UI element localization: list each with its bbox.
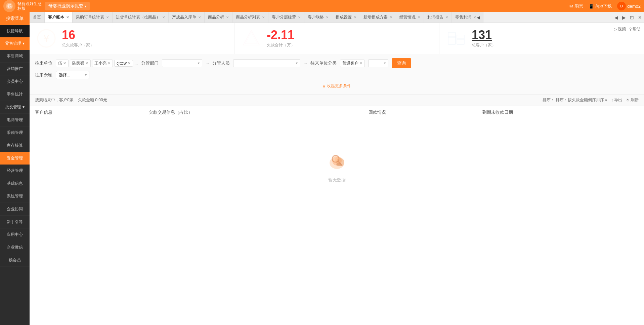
user-menu[interactable]: D demo2 — [617, 2, 641, 10]
avatar: D — [617, 2, 626, 10]
stat-label-customers: 总欠款客户（家） — [62, 42, 94, 48]
tab-product-inbound[interactable]: 产成品入库单 ✕ — [169, 12, 205, 23]
filter-area: 往来单位 伍 ✕ 陈民强 ✕ 王小亮 ✕ — [30, 54, 644, 95]
message-btn[interactable]: ✉ 消息 — [569, 3, 583, 9]
video-link[interactable]: ▷ 视频 — [614, 26, 626, 32]
sidebar-item-retail-stats[interactable]: 零售统计 — [0, 88, 30, 101]
department-extra: ··· — [206, 61, 209, 66]
stat-card-total: 131 总客户（家） ▷ 视频 ? 帮助 — [439, 23, 644, 54]
filter-tag-wang[interactable]: 王小亮 ✕ — [92, 60, 113, 67]
filter-tag-cjttcw[interactable]: cjttcw ✕ — [114, 60, 133, 67]
tab-maximize[interactable]: ⊡ — [628, 15, 636, 20]
help-link[interactable]: ? 帮助 — [629, 26, 641, 32]
account-selector-wrap[interactable]: 母婴行业演示账套 ▾ — [45, 2, 90, 10]
sidebar-quick-nav[interactable]: 快捷导航 — [0, 25, 30, 37]
close-tab-layer[interactable]: ✕ — [298, 15, 301, 19]
sidebar-item-finance[interactable]: 资金管理 — [0, 152, 30, 165]
tab-customer-contact[interactable]: 客户联络 ✕ — [304, 12, 332, 23]
sidebar-search[interactable]: 搜索菜单 — [0, 12, 30, 25]
tab-home[interactable]: 首页 — [30, 12, 45, 23]
collapse-btn[interactable]: ∧ 收起更多条件 — [318, 82, 355, 90]
sidebar-item-app-center[interactable]: 应用中心 — [0, 228, 30, 241]
sidebar-item-guide[interactable]: 新手引导 — [0, 216, 30, 228]
balance-label: 往来余额 — [35, 72, 52, 78]
balance-select[interactable]: 选择... — [56, 71, 89, 79]
close-tab-analysis[interactable]: ✕ — [226, 15, 229, 19]
sidebar-item-wholesale[interactable]: 批发管理 ▾ — [0, 101, 30, 114]
sidebar-item-basic-info[interactable]: 基础信息 — [0, 177, 30, 190]
logo-icon: 畅 — [3, 0, 15, 12]
tab-purchase-stats[interactable]: 采购订单统计表 ✕ — [73, 12, 113, 23]
refresh-btn[interactable]: ↻ 刷新 — [626, 97, 639, 103]
tab-business[interactable]: 经营情况 ✕ — [396, 12, 424, 23]
remove-tag-cjttcw[interactable]: ✕ — [128, 61, 131, 66]
close-tab-profit[interactable]: ✕ — [445, 15, 448, 19]
close-tab-business[interactable]: ✕ — [418, 15, 420, 19]
more-tags-btn[interactable]: ... — [134, 61, 138, 66]
filter-tag-wu[interactable]: 伍 ✕ — [56, 60, 69, 67]
filter-tag-chen[interactable]: 陈民强 ✕ — [70, 60, 91, 67]
export-btn[interactable]: ↑ 导出 — [611, 97, 622, 103]
remove-tag-wang[interactable]: ✕ — [108, 61, 111, 66]
sidebar-item-retail-management[interactable]: 零售管理 ▾ — [0, 37, 30, 50]
close-tab-product[interactable]: ✕ — [198, 15, 201, 19]
close-tab-purchase[interactable]: ✕ — [106, 15, 109, 19]
close-tab-customer[interactable]: ✕ — [66, 15, 69, 19]
help-icon: ? — [629, 27, 632, 32]
department-select[interactable] — [162, 59, 202, 67]
sidebar-item-operations[interactable]: 经营管理 — [0, 165, 30, 177]
remove-tag-wu[interactable]: ✕ — [63, 61, 66, 66]
sidebar-item-ecommerce[interactable]: 电商管理 — [0, 114, 30, 127]
query-button[interactable]: 查询 — [392, 58, 411, 68]
app-download-btn[interactable]: 📱 App下载 — [589, 3, 612, 9]
remove-tag-normal[interactable]: ✕ — [359, 61, 362, 66]
sidebar: 搜索菜单 快捷导航 零售管理 ▾ 零售商城 营销推广 会员中心 零售统计 批发管… — [0, 12, 30, 325]
tab-profit-report[interactable]: 利润报告 ✕ — [424, 12, 452, 23]
sidebar-item-wechat[interactable]: 企业微信 — [0, 241, 30, 254]
tab-product-analysis[interactable]: 商品分析 ✕ — [205, 12, 232, 23]
tab-new-commission[interactable]: 新增提成方案 ✕ — [360, 12, 396, 23]
tab-inbound-stats[interactable]: 进货单统计表（按商品） ✕ — [113, 12, 169, 23]
sort-chevron[interactable]: ▾ — [605, 98, 607, 103]
close-tab-commission[interactable]: ✕ — [354, 15, 356, 19]
collapse-icon: ∧ — [323, 84, 326, 88]
remove-tag-chen[interactable]: ✕ — [85, 61, 88, 66]
filter-tag-normal-customer[interactable]: 普通客户 ✕ — [340, 60, 365, 67]
sidebar-item-purchase[interactable]: 采购管理 — [0, 127, 30, 139]
sidebar-item-retail-mall[interactable]: 零售商城 — [0, 50, 30, 63]
stats-row: ¥ 16 总欠款客户（家） -2.11 欠款合计（万） — [30, 23, 644, 54]
sidebar-item-inventory[interactable]: 库存核算 — [0, 139, 30, 152]
col-customer-info: 客户信息 — [30, 106, 143, 119]
tab-commission-setting[interactable]: 提成设置 ✕ — [332, 12, 360, 23]
sidebar-item-members[interactable]: 会员中心 — [0, 75, 30, 88]
stat-info-total: 131 总客户（家） — [472, 29, 496, 48]
unit-type-select[interactable] — [368, 59, 388, 67]
close-tab-retail-profit[interactable]: ✕ — [473, 15, 476, 19]
close-tab-new-commission[interactable]: ✕ — [390, 15, 392, 19]
close-tab-analysis-list[interactable]: ✕ — [262, 15, 265, 19]
tab-close-all[interactable]: ✕ — [636, 15, 644, 20]
tab-scroll-left[interactable]: ◀ — [612, 15, 620, 20]
col-overdue-date: 到期未收款日期 — [477, 106, 644, 119]
person-input[interactable] — [233, 59, 300, 67]
svg-rect-8 — [448, 36, 456, 38]
sidebar-item-member[interactable]: 畅会员 — [0, 254, 30, 267]
tab-scroll-right[interactable]: ▶ — [620, 15, 628, 20]
tab-customer-layer[interactable]: 客户分层经营 ✕ — [268, 12, 304, 23]
tab-product-analysis-list[interactable]: 商品分析列表 ✕ — [232, 12, 268, 23]
close-tab-inbound[interactable]: ✕ — [162, 15, 165, 19]
tab-retail-profit[interactable]: 零售利润 ✕ ◀ — [452, 12, 483, 23]
col-repayment: 回款情况 — [363, 106, 477, 119]
sidebar-item-cooperation[interactable]: 企业协同 — [0, 203, 30, 216]
logo: 畅 畅捷通好生意 标版 — [3, 0, 42, 12]
tab-customer-account[interactable]: 客户账本 ✕ — [45, 12, 73, 23]
svg-text:¥: ¥ — [43, 33, 49, 44]
sidebar-item-system[interactable]: 系统管理 — [0, 190, 30, 203]
unit-tag-group: 伍 ✕ 陈民强 ✕ 王小亮 ✕ cjttcw ✕ — [56, 60, 138, 67]
sidebar-item-marketing[interactable]: 营销推广 — [0, 63, 30, 75]
close-tab-contact[interactable]: ✕ — [326, 15, 329, 19]
message-icon: ✉ — [569, 4, 573, 9]
stat-card-customers: ¥ 16 总欠款客户（家） — [30, 23, 234, 54]
main-layout: 搜索菜单 快捷导航 零售管理 ▾ 零售商城 营销推广 会员中心 零售统计 批发管… — [0, 12, 644, 325]
stat-video-help: ▷ 视频 ? 帮助 — [614, 26, 641, 32]
